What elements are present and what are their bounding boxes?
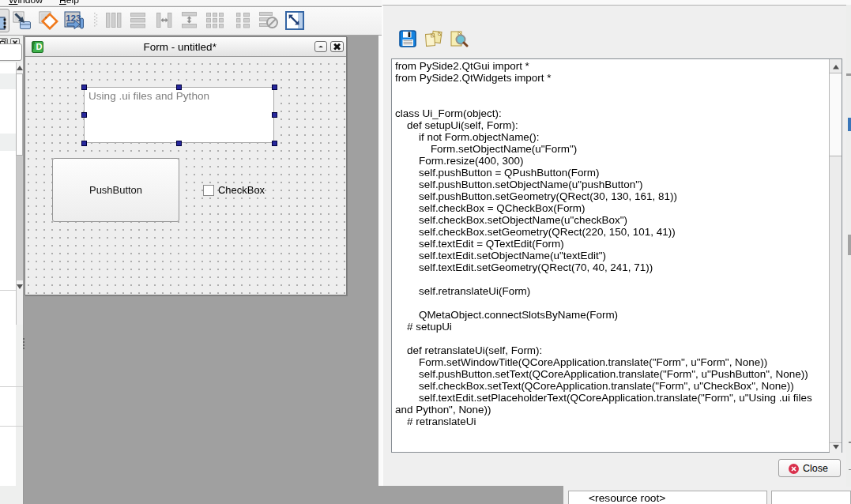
svg-text:123: 123 [66,13,81,23]
